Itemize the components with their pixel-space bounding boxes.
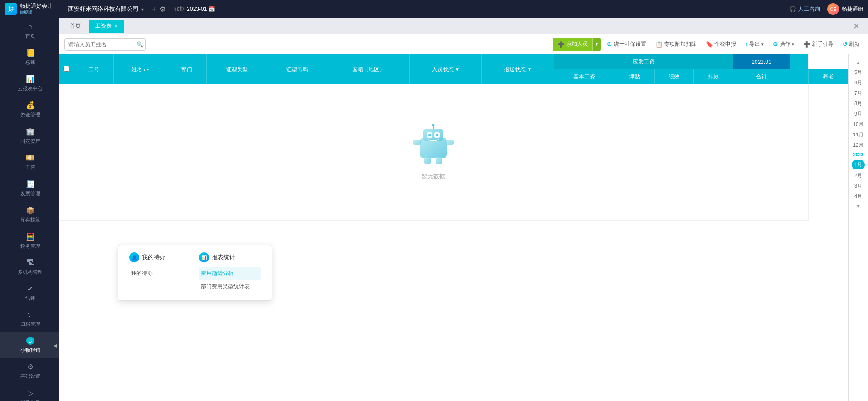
sidebar-label-guide: 新手引导 bbox=[20, 399, 40, 401]
timeline-nav-down[interactable]: ▼ bbox=[852, 202, 865, 211]
timeline-nav-up[interactable]: ▲ bbox=[852, 58, 865, 67]
toolbar-action-refresh[interactable]: ↺ 刷新 bbox=[840, 40, 863, 48]
report-status-filter[interactable]: ▼ bbox=[527, 67, 532, 72]
th-nationality: 国籍（地区） bbox=[328, 54, 409, 84]
sidebar-item-tax[interactable]: 🧮 税务管理 bbox=[0, 228, 59, 254]
timeline-month-5[interactable]: 5月 bbox=[849, 67, 868, 77]
toolbar-action-social-security[interactable]: ⚙ 统一社保设置 bbox=[604, 40, 649, 48]
sidebar-item-payroll[interactable]: 💴 工资 bbox=[0, 149, 59, 175]
sidebar-item-home[interactable]: ⌂ 首页 bbox=[0, 18, 59, 44]
timeline-month-12[interactable]: 12月 bbox=[849, 140, 868, 150]
popup-stats-item-dept[interactable]: 部门费用类型统计表 bbox=[199, 280, 261, 293]
asset-icon: 🏢 bbox=[26, 127, 35, 136]
no-data-cell: 暂无数据 bbox=[59, 84, 808, 221]
popup-stats-item-trend[interactable]: 费用趋势分析 bbox=[199, 267, 261, 280]
toolbar-action-special-deduct[interactable]: 📋 专项附加扣除 bbox=[653, 40, 699, 48]
tab-payroll-label: 工资表 bbox=[95, 22, 112, 30]
th-name-sort[interactable]: 姓名 ▲▼ bbox=[131, 66, 150, 73]
report-icon: 📊 bbox=[26, 75, 35, 83]
sidebar-item-report[interactable]: 📊 云报表中心 bbox=[0, 70, 59, 97]
toolbar-action-guide[interactable]: ➕ 新手引导 bbox=[800, 40, 836, 48]
sidebar-item-ledger[interactable]: 📒 总账 bbox=[0, 44, 59, 70]
settings-icon[interactable]: ⚙ bbox=[160, 5, 166, 14]
data-table: 工号 姓名 ▲▼ 部门 bbox=[59, 54, 848, 221]
archive-icon: 🗂 bbox=[27, 311, 34, 319]
sidebar-item-fund[interactable]: 💰 资金管理 bbox=[0, 97, 59, 123]
settle-icon: ✔ bbox=[27, 285, 33, 293]
sidebar-item-archive[interactable]: 🗂 归档管理 bbox=[0, 306, 59, 332]
top-right: 🎧 人工咨询 CE 畅捷通组 bbox=[790, 3, 863, 15]
sidebar-label-report: 云报表中心 bbox=[18, 85, 43, 92]
add-btn-group: ➕ 添加人员 ▾ bbox=[553, 38, 601, 51]
select-all-checkbox[interactable] bbox=[63, 66, 69, 72]
add-person-dropdown-arrow[interactable]: ▾ bbox=[593, 38, 601, 51]
sidebar-item-invoice[interactable]: 🧾 发票管理 bbox=[0, 175, 59, 202]
timeline-month-2[interactable]: 2月 bbox=[849, 170, 868, 181]
sidebar-item-asset[interactable]: 🏢 固定资产 bbox=[0, 123, 59, 149]
tab-home-label: 首页 bbox=[70, 22, 81, 30]
timeline-month-10[interactable]: 10月 bbox=[849, 119, 868, 130]
sidebar-item-guide[interactable]: ▷ 新手引导 bbox=[0, 384, 59, 401]
payroll-icon: 💴 bbox=[26, 154, 35, 162]
th-should-pay-group: 应发工资 bbox=[554, 54, 733, 69]
timeline-month-9[interactable]: 9月 bbox=[849, 109, 868, 119]
add-person-button[interactable]: ➕ 添加人员 bbox=[553, 38, 593, 51]
th-deduction-label: 扣款 bbox=[708, 73, 719, 80]
sidebar-item-settle[interactable]: ✔ 结账 bbox=[0, 280, 59, 306]
inventory-icon: 📦 bbox=[26, 206, 35, 215]
sidebar-item-basic[interactable]: ⚙ 基础设置 bbox=[0, 358, 59, 384]
app-name: 畅捷通好会计 bbox=[20, 3, 53, 9]
timeline-month-1-current[interactable]: 1月 bbox=[852, 160, 865, 169]
timeline-month-8[interactable]: 8月 bbox=[849, 98, 868, 109]
th-performance-label: 绩效 bbox=[669, 73, 679, 80]
fund-icon: 💰 bbox=[26, 101, 35, 110]
ops-label: 操作 bbox=[780, 40, 790, 48]
popup-todo-title: 我的待办 bbox=[142, 253, 165, 261]
person-status-filter[interactable]: ▼ bbox=[455, 67, 460, 72]
timeline-month-11[interactable]: 11月 bbox=[849, 130, 868, 140]
tab-home[interactable]: 首页 bbox=[63, 20, 87, 33]
calendar-icon[interactable]: 📅 bbox=[209, 6, 215, 12]
tab-payroll[interactable]: 工资表 ✕ bbox=[89, 20, 124, 33]
invoice-icon: 🧾 bbox=[26, 180, 35, 188]
toolbar-action-ops[interactable]: ⚙ 操作 ▾ bbox=[770, 40, 797, 48]
period-label: 账期 bbox=[174, 5, 185, 13]
popup-col-stats: 📊 报表统计 费用趋势分析 部门费用类型统计表 bbox=[195, 252, 265, 293]
timeline-month-6[interactable]: 6月 bbox=[849, 77, 868, 88]
th-period: 2023.01 bbox=[733, 54, 790, 69]
tax-report-icon: 🔖 bbox=[706, 41, 713, 48]
sidebar-item-inventory[interactable]: 📦 库存核算 bbox=[0, 202, 59, 228]
search-input[interactable] bbox=[68, 41, 136, 48]
company-name: 西安虾米网络科技有限公司 bbox=[68, 5, 139, 13]
th-total: 合计 bbox=[733, 69, 790, 84]
company-selector[interactable]: 西安虾米网络科技有限公司 ▾ bbox=[63, 5, 148, 13]
tab-panel-close-btn[interactable]: ✕ bbox=[849, 21, 863, 31]
sidebar-label-tax: 税务管理 bbox=[20, 243, 40, 250]
user-area[interactable]: CE 畅捷通组 bbox=[827, 3, 863, 15]
toolbar-action-export[interactable]: ↑ 导出 ▾ bbox=[742, 40, 767, 48]
dropdown-popup: 👤 我的待办 我的待办 📊 报表统计 费用趋势分析 bbox=[118, 245, 272, 301]
timeline-month-7[interactable]: 7月 bbox=[849, 88, 868, 98]
tab-close-icon[interactable]: ✕ bbox=[114, 24, 118, 29]
sidebar-item-xiaochang[interactable]: G 小畅报销 ◀ bbox=[0, 332, 59, 358]
th-name-label: 姓名 bbox=[131, 66, 142, 73]
sidebar-item-multi[interactable]: 🏗 多机构管理 bbox=[0, 254, 59, 280]
popup-stats-dept-label: 部门费用类型统计表 bbox=[201, 283, 250, 290]
sidebar-label-payroll: 工资 bbox=[25, 164, 35, 171]
add-icon[interactable]: + bbox=[152, 5, 156, 13]
service-button[interactable]: 🎧 人工咨询 bbox=[790, 5, 820, 13]
th-base-salary-label: 基本工资 bbox=[573, 73, 595, 80]
timeline-month-3[interactable]: 3月 bbox=[849, 181, 868, 191]
th-id-num-label: 证型号码 bbox=[286, 66, 308, 72]
no-data-illustration bbox=[411, 124, 456, 165]
toolbar-action-tax-report[interactable]: 🔖 个税申报 bbox=[703, 40, 739, 48]
timeline-month-4[interactable]: 4月 bbox=[849, 191, 868, 202]
popup-todo-item[interactable]: 我的待办 bbox=[129, 267, 191, 280]
popup-todo-item-label: 我的待办 bbox=[131, 270, 153, 276]
sidebar-label-fund: 资金管理 bbox=[20, 111, 40, 118]
th-id-type-label: 证型类型 bbox=[226, 66, 248, 72]
th-id-type: 证型类型 bbox=[207, 54, 267, 84]
svg-rect-9 bbox=[446, 140, 454, 145]
popup-section-header-stats: 📊 报表统计 bbox=[199, 252, 261, 262]
guide-toolbar-icon: ➕ bbox=[803, 41, 810, 48]
